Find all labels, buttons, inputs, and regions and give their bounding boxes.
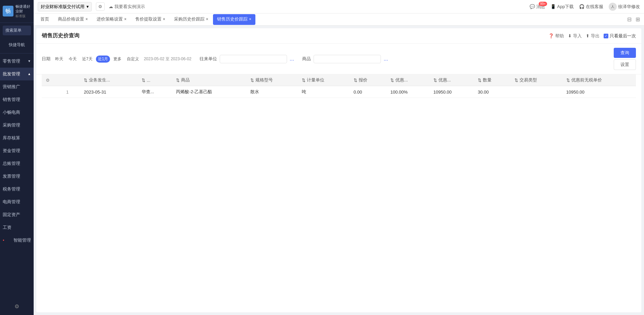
tab-home[interactable]: 首页: [36, 14, 53, 25]
tab-minimize-button[interactable]: ⊟: [626, 15, 633, 23]
tab-close-icon[interactable]: ×: [249, 17, 251, 22]
chevron-down-icon: ▾: [86, 4, 89, 9]
col-trade-type[interactable]: ⇅ 交易类型: [510, 74, 562, 86]
sidebar-item-salary[interactable]: 工资: [0, 221, 34, 234]
filter-settings-button[interactable]: 设置: [614, 59, 636, 70]
demo-link[interactable]: ☁ 我要看实例演示: [109, 4, 145, 10]
date-filter-group: 日期 昨天 今天 近7天 近1月 更多 自定义 2023-05-02 至 202…: [42, 56, 191, 63]
tab-sales-history[interactable]: 销售历史价跟踪 ×: [213, 14, 255, 25]
sort-icon: ⇅: [390, 78, 394, 83]
col-spec[interactable]: ⇅ 规格型号: [246, 74, 298, 86]
date-last7-button[interactable]: 近7天: [80, 56, 95, 63]
help-button[interactable]: ❓ 帮助: [548, 33, 564, 39]
tabs-bar: 首页 商品价格设置 × 进价策略设置 × 售价提取设置 × 采购历史价跟踪 × …: [34, 13, 644, 26]
export-button[interactable]: ⬆ 导出: [586, 33, 600, 39]
sidebar-item-ledger[interactable]: 总账管理: [0, 157, 34, 170]
settings-gear-button[interactable]: ⚙: [96, 2, 105, 11]
only-last-checkbox[interactable]: ✓ 只看最后一次: [604, 33, 636, 39]
date-custom-button[interactable]: 自定义: [125, 56, 141, 63]
sort-icon: ⇅: [354, 78, 357, 83]
product-dots-button[interactable]: ...: [384, 56, 388, 62]
online-service-button[interactable]: 🎧 在线客服: [579, 4, 603, 10]
cell-num: 1: [62, 86, 80, 98]
tab-price-strategy[interactable]: 进价策略设置 ×: [93, 14, 131, 25]
date-more-button[interactable]: 更多: [111, 56, 123, 63]
cell-trade-type: [510, 86, 562, 98]
header-actions: ❓ 帮助 ⬇ 导入 ⬆ 导出 ✓ 只看最后一次: [548, 33, 636, 39]
col-qty[interactable]: ⇅ 数量: [474, 74, 511, 86]
avatar: 人: [609, 3, 617, 11]
col-biz-date[interactable]: ⇅ 业务发生...: [80, 74, 138, 86]
product-input[interactable]: [314, 55, 381, 63]
tab-price-extract[interactable]: 售价提取设置 ×: [131, 14, 169, 25]
product-filter-label: 商品: [302, 56, 311, 62]
sort-icon: ⇅: [176, 78, 180, 83]
col-discount1[interactable]: ⇅ 优惠...: [386, 74, 429, 86]
sidebar-item-sales[interactable]: 销售管理: [0, 93, 34, 106]
date-yesterday-button[interactable]: 昨天: [53, 56, 65, 63]
checkbox-icon: ✓: [604, 34, 608, 38]
sidebar-item-assets[interactable]: 固定资产: [0, 208, 34, 221]
tab-close-icon[interactable]: ×: [206, 17, 208, 22]
col-unit[interactable]: ⇅ 计量单位: [298, 74, 349, 86]
sidebar-item-retail[interactable]: 零售管理 ▼: [0, 55, 34, 68]
import-button[interactable]: ⬇ 导入: [568, 33, 582, 39]
message-badge: 99+: [539, 2, 547, 6]
query-button[interactable]: 查询: [614, 48, 636, 58]
col-product[interactable]: ⇅ 商品: [172, 74, 246, 86]
col-discount2[interactable]: ⇅ 优惠...: [429, 74, 474, 86]
col-extra[interactable]: ⇅ ...: [138, 74, 172, 86]
table-gear-icon[interactable]: ⚙: [46, 78, 50, 83]
date-today-button[interactable]: 今天: [67, 56, 79, 63]
tab-purchase-history[interactable]: 采购历史价跟踪 ×: [170, 14, 212, 25]
from-unit-dots-button[interactable]: ...: [290, 56, 294, 62]
content-header: 销售历史价查询 ❓ 帮助 ⬇ 导入 ⬆ 导出 ✓: [36, 28, 641, 44]
sidebar-item-tax[interactable]: 税务管理: [0, 183, 34, 196]
sort-icon: ⇅: [142, 78, 145, 83]
sidebar-item-ecommerce[interactable]: 电商管理: [0, 196, 34, 208]
tab-close-icon[interactable]: ×: [124, 17, 127, 22]
sidebar-item-ecommerce-small[interactable]: 小畅电商: [0, 106, 34, 119]
app-download-button[interactable]: 📱 App下载: [550, 4, 574, 10]
page-title: 销售历史价查询: [42, 32, 79, 39]
sort-icon: ⇅: [566, 78, 570, 83]
sort-icon: ⇅: [302, 78, 306, 83]
version-label: 好业财标准版交付试用: [41, 4, 84, 10]
data-table: ⚙ ⇅ 业务发生... ⇅: [42, 74, 636, 98]
col-gear[interactable]: ⚙: [42, 74, 62, 86]
version-selector[interactable]: 好业财标准版交付试用 ▾: [38, 2, 92, 11]
cell-unit: 吨: [298, 86, 349, 98]
tab-expand-button[interactable]: ⊞: [634, 15, 641, 23]
sidebar-divider: [0, 53, 34, 54]
tab-close-icon[interactable]: ×: [85, 17, 88, 22]
sidebar-item-finance[interactable]: 资金管理: [0, 144, 34, 157]
tab-product-price[interactable]: 商品价格设置 ×: [54, 14, 92, 25]
tab-close-icon[interactable]: ×: [163, 17, 165, 22]
quick-nav-button[interactable]: 快捷导航: [3, 39, 31, 50]
message-button[interactable]: 💬 消息 99+: [530, 4, 545, 10]
cell-product: 丙烯酸-2-乙基己酯: [172, 86, 246, 98]
col-pretax-price[interactable]: ⇅ 优惠前无税单价: [562, 74, 636, 86]
cell-extra: 华查...: [138, 86, 172, 98]
chevron-down-icon: ▼: [28, 59, 31, 63]
cloud-icon: ☁: [109, 4, 113, 9]
sidebar-item-wholesale[interactable]: 批发管理 ▲: [0, 68, 34, 80]
search-menu-button[interactable]: 搜索菜单: [3, 26, 31, 35]
cell-gear: [42, 86, 62, 98]
cell-discount1: 100.00%: [386, 86, 429, 98]
date-last1m-button[interactable]: 近1月: [96, 56, 110, 63]
export-icon: ⬆: [586, 33, 589, 38]
sidebar-item-marketing[interactable]: 营销推广: [0, 80, 34, 93]
content-area: 销售历史价查询 ❓ 帮助 ⬇ 导入 ⬆ 导出 ✓: [36, 28, 641, 312]
user-info[interactable]: 人 徐泽华修改: [609, 3, 640, 11]
sidebar-item-inventory[interactable]: 库存核算: [0, 132, 34, 144]
sidebar-item-purchase[interactable]: 采购管理: [0, 119, 34, 132]
table-row[interactable]: 1 2023-05-31 华查... 丙烯酸-2-乙基己酯 散水 吨 0.00 …: [42, 86, 636, 98]
from-unit-input[interactable]: [220, 55, 287, 63]
sidebar-settings-button[interactable]: ⚙: [3, 301, 31, 312]
sidebar-item-invoice[interactable]: 发票管理: [0, 170, 34, 183]
sidebar-item-smart[interactable]: 智能管理: [0, 234, 34, 247]
tabs-actions: ⊟ ⊞: [626, 15, 641, 23]
date-filter-label: 日期: [42, 56, 50, 62]
col-price[interactable]: ⇅ 报价: [350, 74, 387, 86]
